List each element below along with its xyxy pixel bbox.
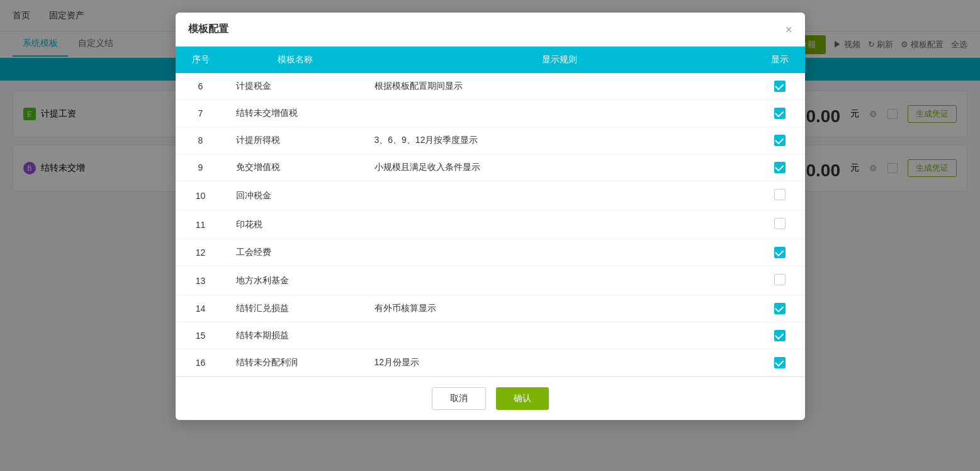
cell-name: 结转未交增值税 (226, 100, 364, 127)
display-checkbox-15[interactable] (774, 330, 786, 341)
table-row: 11印花税 (176, 210, 805, 239)
cell-display (755, 349, 805, 377)
table-row: 7结转未交增值税 (176, 100, 805, 127)
cell-name: 结转汇兑损益 (226, 295, 364, 322)
cell-display (755, 210, 805, 239)
cell-rule: 小规模且满足收入条件显示 (364, 154, 755, 181)
cell-seq: 11 (176, 210, 226, 239)
cell-display (755, 154, 805, 181)
cell-display (755, 127, 805, 154)
col-seq: 序号 (176, 47, 226, 73)
cell-name: 结转本期损益 (226, 322, 364, 349)
cell-rule (364, 239, 755, 266)
table-row: 14结转汇兑损益有外币核算显示 (176, 295, 805, 322)
cell-display (755, 181, 805, 210)
display-checkbox-13[interactable] (774, 274, 786, 285)
cell-seq: 6 (176, 73, 226, 100)
cancel-button[interactable]: 取消 (432, 387, 486, 410)
cell-name: 结转未分配利润 (226, 349, 364, 377)
cell-display (755, 295, 805, 322)
table-row: 12工会经费 (176, 239, 805, 266)
cell-rule (364, 266, 755, 295)
confirm-button[interactable]: 确认 (496, 387, 549, 410)
table-row: 8计提所得税3、6、9、12月按季度显示 (176, 127, 805, 154)
config-table: 序号 模板名称 显示规则 显示 6计提税金根据模板配置期间显示7结转未交增值税8… (176, 47, 805, 377)
cell-seq: 8 (176, 127, 226, 154)
cell-seq: 9 (176, 154, 226, 181)
display-checkbox-9[interactable] (774, 162, 786, 173)
modal-body: 序号 模板名称 显示规则 显示 6计提税金根据模板配置期间显示7结转未交增值税8… (176, 47, 805, 377)
table-row: 16结转未分配利润12月份显示 (176, 349, 805, 377)
cell-display (755, 266, 805, 295)
cell-name: 工会经费 (226, 239, 364, 266)
modal-template-config: 模板配置 × 序号 模板名称 显示规则 显示 6计提税金根据模板配置期间 (176, 13, 805, 420)
col-name: 模板名称 (226, 47, 364, 73)
cell-seq: 12 (176, 239, 226, 266)
table-body: 6计提税金根据模板配置期间显示7结转未交增值税8计提所得税3、6、9、12月按季… (176, 73, 805, 377)
display-checkbox-11[interactable] (774, 218, 786, 229)
modal-header: 模板配置 × (176, 13, 805, 47)
display-checkbox-7[interactable] (774, 108, 786, 119)
display-checkbox-16[interactable] (774, 357, 786, 368)
table-row: 13地方水利基金 (176, 266, 805, 295)
cell-rule (364, 100, 755, 127)
cell-rule: 12月份显示 (364, 349, 755, 377)
cell-display (755, 322, 805, 349)
cell-rule: 根据模板配置期间显示 (364, 73, 755, 100)
modal-footer: 取消 确认 (176, 377, 805, 420)
cell-seq: 16 (176, 349, 226, 377)
cell-rule: 3、6、9、12月按季度显示 (364, 127, 755, 154)
modal-title: 模板配置 (188, 23, 228, 36)
cell-seq: 10 (176, 181, 226, 210)
cell-seq: 7 (176, 100, 226, 127)
cell-name: 印花税 (226, 210, 364, 239)
table-row: 6计提税金根据模板配置期间显示 (176, 73, 805, 100)
background-page: 首页 固定资产 系统模板 自定义结 测算金额 ▶ 视频 ↻ 刷新 ⚙ 模板配置 … (0, 0, 980, 471)
cell-rule (364, 181, 755, 210)
cell-name: 回冲税金 (226, 181, 364, 210)
cell-rule: 有外币核算显示 (364, 295, 755, 322)
table-header: 序号 模板名称 显示规则 显示 (176, 47, 805, 73)
table-row: 9免交增值税小规模且满足收入条件显示 (176, 154, 805, 181)
cell-name: 计提税金 (226, 73, 364, 100)
display-checkbox-12[interactable] (774, 247, 786, 258)
cell-seq: 15 (176, 322, 226, 349)
display-checkbox-10[interactable] (774, 189, 786, 200)
table-row: 10回冲税金 (176, 181, 805, 210)
col-display: 显示 (755, 47, 805, 73)
cell-display (755, 73, 805, 100)
display-checkbox-6[interactable] (774, 81, 786, 92)
cell-display (755, 239, 805, 266)
table-row: 15结转本期损益 (176, 322, 805, 349)
col-rule: 显示规则 (364, 47, 755, 73)
cell-name: 计提所得税 (226, 127, 364, 154)
modal-close-button[interactable]: × (786, 24, 792, 35)
cell-name: 免交增值税 (226, 154, 364, 181)
cell-seq: 14 (176, 295, 226, 322)
modal-overlay: 模板配置 × 序号 模板名称 显示规则 显示 6计提税金根据模板配置期间 (0, 0, 980, 471)
cell-rule (364, 210, 755, 239)
display-checkbox-8[interactable] (774, 135, 786, 146)
cell-rule (364, 322, 755, 349)
cell-seq: 13 (176, 266, 226, 295)
cell-name: 地方水利基金 (226, 266, 364, 295)
cell-display (755, 100, 805, 127)
display-checkbox-14[interactable] (774, 303, 786, 314)
